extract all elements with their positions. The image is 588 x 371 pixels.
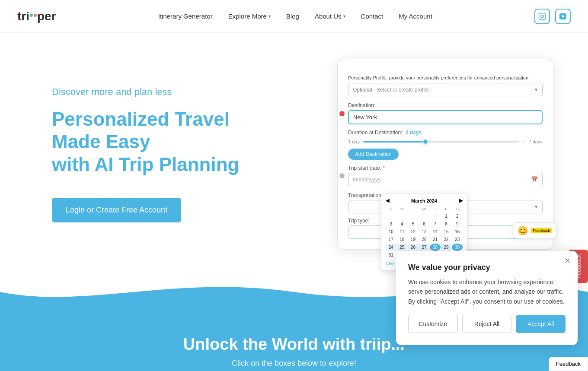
chevron-left-icon[interactable]: ◀ bbox=[386, 198, 389, 203]
nav-item-explore[interactable]: Explore More ▾ bbox=[228, 13, 271, 20]
slider-plus[interactable]: + bbox=[522, 139, 525, 144]
feedback-label: Feedback bbox=[531, 228, 552, 233]
destination-section: Destination: New York bbox=[348, 102, 543, 124]
svg-point-1 bbox=[541, 15, 543, 18]
trip-dot bbox=[339, 173, 345, 178]
logo[interactable]: tri per bbox=[17, 10, 56, 23]
logo-dot-blue bbox=[30, 14, 33, 17]
cookie-close-button[interactable]: ✕ bbox=[564, 257, 571, 265]
cookie-customize-button[interactable]: Customize bbox=[408, 315, 458, 333]
hero-subtitle: Discover more and plan less bbox=[52, 86, 259, 98]
cookie-banner: ✕ We value your privacy We use cookies t… bbox=[396, 251, 578, 345]
hero-left: Discover more and plan less Personalized… bbox=[52, 86, 259, 222]
mockup-slider-row: 1 day + 7 days bbox=[348, 139, 543, 144]
logo-dot-orange bbox=[34, 14, 37, 17]
chevron-down-icon: ▾ bbox=[535, 203, 538, 210]
nav-item-myaccount[interactable]: My Account bbox=[399, 13, 432, 20]
mockup-trip-start-label: Trip start date: * bbox=[348, 165, 543, 171]
youtube-icon[interactable] bbox=[555, 9, 571, 24]
logo-text-2: per bbox=[37, 10, 56, 23]
svg-point-2 bbox=[543, 14, 544, 15]
header: tri per Itinerary Generator Explore More… bbox=[0, 0, 588, 33]
hero-section: Discover more and plan less Personalized… bbox=[0, 33, 588, 276]
chevron-down-icon: ▾ bbox=[268, 14, 271, 19]
feedback-bottom-bar[interactable]: Feedback bbox=[549, 357, 588, 371]
chevron-icon: ▾ bbox=[535, 86, 538, 93]
mockup-personality-label: Personality Profile: provide your person… bbox=[348, 75, 543, 81]
nav-item-contact[interactable]: Contact bbox=[361, 13, 383, 20]
chevron-right-icon[interactable]: ▶ bbox=[459, 198, 463, 203]
mockup-date-input[interactable]: mm/dd/yyyy 📅 bbox=[348, 173, 543, 186]
instagram-icon[interactable] bbox=[534, 9, 550, 24]
add-destination-btn[interactable]: Add Destination bbox=[348, 149, 399, 160]
logo-text-1: tri bbox=[17, 10, 29, 23]
feedback-badge[interactable]: 😊 Feedback bbox=[513, 222, 556, 239]
trip-start-section: Trip start date: * mm/dd/yyyy 📅 bbox=[348, 165, 543, 186]
mockup-personality-select[interactable]: Optional - Select or create profile ▾ bbox=[348, 83, 543, 96]
calendar-icon: 📅 bbox=[531, 176, 538, 183]
cookie-title: We value your privacy bbox=[408, 263, 566, 272]
mockup-destination-label: Destination: bbox=[348, 102, 543, 108]
chevron-down-icon-about: ▾ bbox=[343, 14, 345, 19]
mockup-duration-label: Duration at Destination: 2 days bbox=[348, 130, 543, 136]
cookie-reject-button[interactable]: Reject All bbox=[462, 315, 512, 333]
svg-rect-0 bbox=[539, 13, 546, 19]
cal-clear-btn[interactable]: Clear bbox=[386, 261, 396, 266]
mockup-destination-input[interactable]: New York bbox=[348, 110, 543, 124]
nav-item-blog[interactable]: Blog bbox=[286, 13, 299, 20]
header-icons bbox=[534, 9, 571, 24]
calendar-header: ◀ March 2024 ▶ bbox=[386, 198, 463, 203]
app-mockup: Personality Profile: provide your person… bbox=[337, 59, 553, 250]
feedback-emoji: 😊 bbox=[518, 225, 528, 236]
feedback-bottom-label: Feedback bbox=[556, 361, 581, 367]
blue-section-subtitle: Click on the boxes below to explore! bbox=[17, 359, 571, 368]
cta-button[interactable]: Login or Create Free Account bbox=[52, 198, 181, 222]
hero-title: Personalized Travel Made Easy with AI Tr… bbox=[52, 108, 259, 176]
nav-item-about[interactable]: About Us ▾ bbox=[315, 13, 345, 20]
nav: Itinerary Generator Explore More ▾ Blog … bbox=[56, 13, 534, 20]
cookie-text: We use cookies to enhance your browsing … bbox=[408, 277, 566, 306]
mockup-duration-slider[interactable] bbox=[363, 141, 519, 143]
cookie-actions: Customize Reject All Accept All bbox=[408, 315, 566, 333]
nav-item-itinerary[interactable]: Itinerary Generator bbox=[158, 13, 213, 20]
destination-dot bbox=[339, 111, 345, 116]
cookie-accept-button[interactable]: Accept All bbox=[516, 315, 566, 333]
hero-right: Personality Profile: provide your person… bbox=[303, 59, 553, 250]
